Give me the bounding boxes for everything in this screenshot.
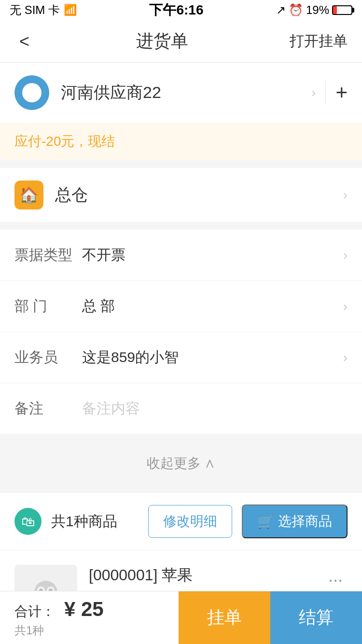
nav-bar: < 进货单 打开挂单 bbox=[0, 20, 362, 63]
status-time: 下午6:16 bbox=[149, 1, 203, 19]
modify-detail-button[interactable]: 修改明细 bbox=[148, 505, 232, 538]
carrier-label: 无 SIM 卡 bbox=[10, 2, 60, 18]
salesperson-value: 这是859的小智 bbox=[72, 348, 343, 367]
remark-placeholder: 备注内容 bbox=[72, 399, 348, 419]
product-name: [0000001] 苹果 bbox=[89, 565, 312, 586]
remark-label: 备注 bbox=[14, 399, 72, 419]
product-more-button[interactable]: ··· bbox=[323, 565, 348, 595]
salesperson-arrow-icon: › bbox=[343, 350, 348, 365]
supplier-avatar bbox=[14, 75, 49, 110]
total-amount: ¥ 25 bbox=[64, 598, 104, 620]
checkout-label: 结算 bbox=[299, 606, 334, 630]
supplier-name: 河南供应商22 bbox=[61, 82, 311, 104]
collapse-button[interactable]: 收起更多 ∧ bbox=[0, 442, 362, 485]
invoice-type-label: 票据类型 bbox=[14, 245, 72, 265]
pending-label: 挂单 bbox=[207, 606, 242, 630]
total-label: 合计： bbox=[14, 604, 55, 619]
department-value: 总 部 bbox=[72, 296, 343, 316]
select-product-icon: 🛒 bbox=[257, 514, 274, 530]
supplier-section: 河南供应商22 › + 应付-20元，现结 bbox=[0, 63, 362, 160]
bottom-bar: 合计： ¥ 25 共1种 挂单 结算 bbox=[0, 591, 362, 644]
product-bag-icon: 🛍 bbox=[21, 514, 35, 530]
open-pending-button[interactable]: 打开挂单 bbox=[290, 31, 348, 51]
notice-text: 应付-20元，现结 bbox=[14, 134, 115, 149]
total-section: 合计： ¥ 25 共1种 bbox=[0, 598, 179, 638]
invoice-type-row[interactable]: 票据类型 不开票 › bbox=[0, 230, 362, 281]
battery-percent: 19% bbox=[306, 3, 329, 17]
department-label: 部 门 bbox=[14, 296, 72, 316]
warehouse-row[interactable]: 🏠 总仓 › bbox=[0, 168, 362, 222]
divider-1 bbox=[0, 485, 362, 493]
location-icon: ↗ bbox=[276, 3, 286, 17]
total-count: 共1种 bbox=[14, 623, 164, 638]
wifi-icon: 📶 bbox=[64, 4, 77, 16]
alarm-icon: ⏰ bbox=[289, 3, 303, 17]
back-button[interactable]: < bbox=[14, 27, 34, 56]
product-header-icon: 🛍 bbox=[14, 508, 42, 535]
notice-banner: 应付-20元，现结 bbox=[0, 123, 362, 160]
status-right: ↗ ⏰ 19% bbox=[276, 3, 352, 17]
checkout-button[interactable]: 结算 bbox=[270, 591, 362, 644]
remark-row[interactable]: 备注 备注内容 bbox=[0, 383, 362, 434]
status-bar: 无 SIM 卡 📶 下午6:16 ↗ ⏰ 19% bbox=[0, 0, 362, 20]
warehouse-building-icon: 🏠 bbox=[19, 186, 39, 204]
warehouse-name: 总仓 bbox=[55, 184, 343, 206]
invoice-type-value: 不开票 bbox=[72, 245, 343, 265]
form-section: 票据类型 不开票 › 部 门 总 部 › 业务员 这是859的小智 › 备注 备… bbox=[0, 230, 362, 434]
collapse-label: 收起更多 ∧ bbox=[147, 456, 216, 471]
supplier-arrow-icon: › bbox=[311, 85, 316, 100]
status-left: 无 SIM 卡 📶 bbox=[10, 2, 77, 18]
warehouse-section: 🏠 总仓 › bbox=[0, 168, 362, 222]
select-product-label: 选择商品 bbox=[278, 512, 332, 531]
warehouse-arrow-icon: › bbox=[343, 187, 348, 203]
avatar-icon bbox=[22, 83, 42, 102]
page-title: 进货单 bbox=[136, 29, 188, 53]
pending-button[interactable]: 挂单 bbox=[179, 591, 270, 644]
product-count-label: 共1种商品 bbox=[51, 512, 139, 532]
select-product-button[interactable]: 🛒 选择商品 bbox=[242, 504, 348, 538]
warehouse-icon: 🏠 bbox=[14, 181, 43, 210]
invoice-type-arrow-icon: › bbox=[343, 248, 348, 263]
battery-icon bbox=[332, 5, 352, 15]
salesperson-row[interactable]: 业务员 这是859的小智 › bbox=[0, 332, 362, 383]
department-row[interactable]: 部 门 总 部 › bbox=[0, 281, 362, 332]
add-supplier-button[interactable]: + bbox=[325, 81, 348, 104]
salesperson-label: 业务员 bbox=[14, 348, 72, 367]
department-arrow-icon: › bbox=[343, 299, 348, 314]
supplier-row[interactable]: 河南供应商22 › + bbox=[0, 63, 362, 123]
product-header: 🛍 共1种商品 修改明细 🛒 选择商品 bbox=[0, 493, 362, 550]
